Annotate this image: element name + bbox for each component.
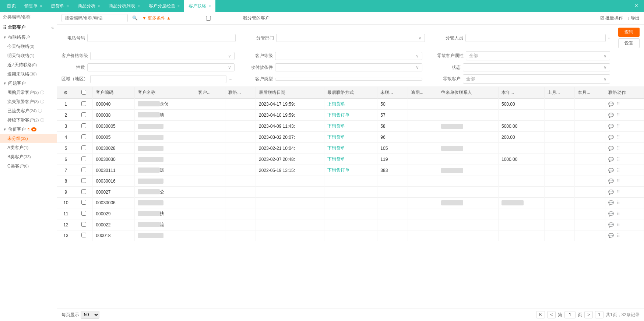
- staff-input[interactable]: [465, 34, 606, 42]
- message-icon[interactable]: 💬: [608, 113, 614, 118]
- more-icon[interactable]: ⠿: [617, 179, 620, 184]
- row-checkbox[interactable]: [81, 200, 86, 205]
- retail-attr-select[interactable]: 全部 ∨: [466, 51, 610, 60]
- close-segment-icon[interactable]: ×: [177, 4, 180, 8]
- more-icon[interactable]: ⠿: [617, 222, 620, 227]
- close-purchase-icon[interactable]: ×: [66, 4, 68, 8]
- more-icon[interactable]: ⠿: [617, 157, 620, 162]
- message-icon[interactable]: 💬: [608, 102, 614, 107]
- last-method-link[interactable]: 下销售订单: [327, 167, 349, 173]
- message-icon[interactable]: 💬: [608, 179, 614, 184]
- phone-input[interactable]: [87, 34, 236, 42]
- tab-purchase-order[interactable]: 进货单 ×: [46, 0, 73, 12]
- reset-button[interactable]: 设置: [618, 38, 640, 48]
- last-method-link[interactable]: 下销货单: [327, 101, 345, 106]
- all-customers-title[interactable]: ⠿ 全部客户 «: [0, 22, 57, 33]
- batch-operations-button[interactable]: ☑ 批量操作: [600, 15, 623, 21]
- region-dots-button[interactable]: ···: [226, 77, 235, 82]
- my-customers-checkbox[interactable]: [175, 16, 242, 21]
- row-checkbox[interactable]: [81, 222, 86, 227]
- last-method-link[interactable]: 下销货单: [327, 134, 345, 140]
- home-tab[interactable]: 首页: [3, 3, 20, 9]
- row-checkbox[interactable]: [81, 145, 86, 150]
- row-checkbox[interactable]: [81, 156, 86, 161]
- more-conditions-button[interactable]: ▼ 更多条件 ▲: [142, 15, 171, 21]
- row-checkbox[interactable]: [81, 134, 86, 139]
- sidebar-item-today[interactable]: 今天待联络(0): [0, 42, 57, 51]
- message-icon[interactable]: 💬: [608, 190, 614, 195]
- sidebar-item-7days[interactable]: 近7天待联络(0): [0, 60, 57, 70]
- row-checkbox[interactable]: [81, 123, 86, 128]
- message-icon[interactable]: 💬: [608, 233, 614, 238]
- page-number-input[interactable]: [564, 311, 576, 318]
- last-method-link[interactable]: 下销货单: [327, 156, 345, 162]
- more-icon[interactable]: ⠿: [617, 190, 620, 195]
- payment-select[interactable]: ∨: [275, 63, 422, 71]
- per-page-select[interactable]: 50 100 200: [81, 311, 99, 319]
- my-customers-checkbox-label[interactable]: 我分管的客户: [175, 15, 270, 21]
- sidebar-item-class-c[interactable]: C类客户(6): [0, 162, 57, 171]
- message-icon[interactable]: 💬: [608, 222, 614, 227]
- row-checkbox[interactable]: [81, 167, 86, 172]
- col-checkbox[interactable]: [75, 87, 93, 99]
- prev-page-button[interactable]: <: [547, 311, 556, 318]
- next-page-button[interactable]: >: [584, 311, 593, 318]
- search-input[interactable]: [61, 14, 128, 22]
- message-icon[interactable]: 💬: [608, 200, 614, 205]
- tab-product-analysis[interactable]: 商品分析 ×: [73, 0, 104, 12]
- close-product-list-icon[interactable]: ×: [137, 4, 140, 8]
- message-icon[interactable]: 💬: [608, 168, 614, 173]
- sidebar-item-churned[interactable]: 已流失客户(24) ⓘ: [0, 106, 57, 116]
- row-checkbox[interactable]: [81, 233, 86, 237]
- first-page-button[interactable]: K: [536, 311, 545, 318]
- more-icon[interactable]: ⠿: [617, 102, 620, 107]
- message-icon[interactable]: 💬: [608, 157, 614, 162]
- sidebar-item-class-a[interactable]: A类客户(1): [0, 143, 57, 152]
- sidebar-collapse-icon[interactable]: «: [51, 25, 54, 30]
- col-settings[interactable]: ⚙: [57, 87, 75, 99]
- query-button[interactable]: 查询: [618, 28, 640, 37]
- last-method-link[interactable]: 下销货单: [327, 123, 345, 128]
- message-icon[interactable]: 💬: [608, 211, 614, 216]
- close-sales-order-icon[interactable]: ×: [40, 4, 42, 8]
- close-contact-icon[interactable]: ×: [208, 4, 211, 8]
- window-close-button[interactable]: ×: [632, 3, 641, 9]
- sidebar-item-abnormal[interactable]: 囤购异常客户(2) ⓘ: [0, 88, 57, 97]
- message-icon[interactable]: 💬: [608, 146, 614, 151]
- status-select[interactable]: ∨: [463, 63, 610, 71]
- row-checkbox[interactable]: [81, 112, 86, 117]
- region-input[interactable]: [90, 75, 226, 83]
- row-checkbox[interactable]: [81, 101, 86, 106]
- tab-customer-segment[interactable]: 客户分层经营 ×: [144, 0, 184, 12]
- more-icon[interactable]: ⠿: [617, 146, 620, 151]
- sidebar-group-problem[interactable]: ▼ 问题客户: [0, 79, 57, 88]
- more-icon[interactable]: ⠿: [617, 233, 620, 238]
- tab-sales-order[interactable]: 销售单 ×: [20, 0, 46, 12]
- sidebar-search-input[interactable]: [3, 14, 57, 20]
- more-icon[interactable]: ⠿: [617, 168, 620, 173]
- close-product-analysis-icon[interactable]: ×: [98, 4, 100, 8]
- more-icon[interactable]: ⠿: [617, 113, 620, 118]
- more-icon[interactable]: ⠿: [617, 211, 620, 216]
- row-checkbox[interactable]: [81, 211, 86, 216]
- message-icon[interactable]: 💬: [608, 124, 614, 129]
- sidebar-item-tomorrow[interactable]: 明天待联络(1): [0, 51, 57, 60]
- retail-customer-select[interactable]: 全部 ∨: [463, 74, 610, 84]
- more-icon[interactable]: ⠿: [617, 135, 620, 140]
- sidebar-group-pending[interactable]: ▼ 待联络客户: [0, 33, 57, 42]
- staff-dots-button[interactable]: ···: [606, 35, 614, 40]
- select-all-checkbox[interactable]: [81, 90, 86, 95]
- last-method-link[interactable]: 下销货单: [327, 145, 345, 151]
- row-checkbox[interactable]: [81, 189, 86, 194]
- dept-select[interactable]: ∨: [276, 34, 425, 42]
- sidebar-item-overdue[interactable]: 逾期未联络(30): [0, 70, 57, 79]
- export-button[interactable]: ↓ 导出: [627, 15, 640, 21]
- more-icon[interactable]: ⠿: [617, 200, 620, 205]
- customer-grade-select[interactable]: ∨: [275, 52, 422, 60]
- last-method-link[interactable]: 下销售订单: [327, 112, 349, 117]
- sidebar-item-churn-warning[interactable]: 流失预警客户(3) ⓘ: [0, 97, 57, 106]
- filter-search-icon[interactable]: 🔍: [132, 15, 138, 21]
- property-select[interactable]: ∨: [87, 63, 235, 71]
- more-icon[interactable]: ⠿: [617, 124, 620, 129]
- message-icon[interactable]: 💬: [608, 135, 614, 140]
